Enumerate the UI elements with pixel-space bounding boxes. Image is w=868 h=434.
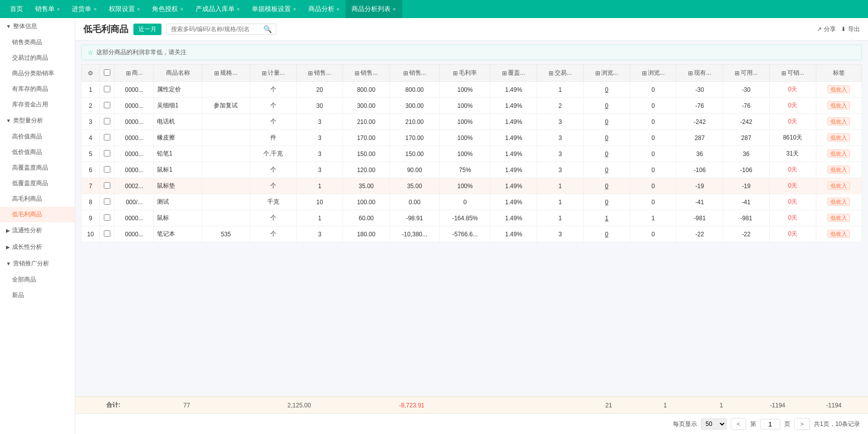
search-icon[interactable]: 🔍: [263, 25, 272, 33]
col-name[interactable]: 商品名称: [154, 65, 202, 82]
sidebar-item-low-coverage[interactable]: 低覆盖度商品: [0, 176, 75, 191]
sidebar-group-circulation[interactable]: ▶ 流通性分析: [0, 222, 75, 239]
row-checkbox[interactable]: [104, 150, 110, 157]
sidebar-group-marketing[interactable]: ▼ 营销推广分析: [0, 255, 75, 272]
row-checkbox[interactable]: [104, 86, 110, 92]
sidebar-item-high-value[interactable]: 高价值商品: [0, 129, 75, 144]
col-unit[interactable]: ⊞ 计量...: [250, 65, 296, 82]
row-name: 橡皮擦: [154, 130, 202, 146]
row-checkbox[interactable]: [104, 166, 110, 173]
nav-roles[interactable]: 角色授权 ×: [146, 0, 189, 18]
nav-sales-close[interactable]: ×: [57, 6, 60, 12]
row-browse1[interactable]: 0: [583, 226, 630, 242]
nav-analysis-list-close[interactable]: ×: [393, 6, 396, 12]
nav-permissions-close[interactable]: ×: [137, 6, 140, 12]
time-filter-button[interactable]: 近一月: [133, 24, 161, 35]
sidebar-item-category-rate[interactable]: 商品分类助销率: [0, 66, 75, 81]
nav-product-analysis-close[interactable]: ×: [336, 6, 339, 12]
footer-available: -1194: [806, 402, 862, 409]
nav-templates[interactable]: 单据模板设置 ×: [246, 0, 302, 18]
sidebar-item-high-coverage[interactable]: 高覆盖度商品: [0, 160, 75, 176]
sidebar-item-high-margin[interactable]: 高毛利商品: [0, 191, 75, 207]
row-browse1[interactable]: 0: [583, 82, 630, 98]
nav-product-analysis[interactable]: 商品分析 ×: [302, 0, 345, 18]
nav-products-in-close[interactable]: ×: [237, 6, 240, 12]
sidebar-item-sales-goods[interactable]: 销售类商品: [0, 35, 75, 50]
export-button[interactable]: ⬇ 导出: [841, 25, 860, 34]
col-spec[interactable]: ⊞ 规格...: [202, 65, 250, 82]
row-checkbox[interactable]: [104, 102, 110, 108]
nav-permissions[interactable]: 权限设置 ×: [103, 0, 146, 18]
col-sales-qty[interactable]: ⊞ 销售...: [296, 65, 343, 82]
search-input[interactable]: [171, 26, 261, 33]
col-current[interactable]: ⊞ 现有...: [676, 65, 723, 82]
row-browse1[interactable]: 0: [583, 194, 630, 210]
row-spec: [202, 114, 250, 130]
col-sales-amount[interactable]: ⊞ 销售...: [343, 65, 390, 82]
row-spec: [202, 146, 250, 162]
sidebar-item-stocked-goods[interactable]: 有库存的商品: [0, 81, 75, 97]
row-checkbox[interactable]: [104, 118, 110, 124]
col-sellable[interactable]: ⊞ 可销...: [769, 65, 816, 82]
sidebar-group-overall[interactable]: ▼ 整体信息: [0, 18, 75, 35]
row-spec: [202, 130, 250, 146]
nav-home[interactable]: 首页: [4, 0, 29, 18]
sidebar-item-traded-goods[interactable]: 交易过的商品: [0, 50, 75, 66]
col-settings[interactable]: ⚙: [82, 65, 100, 82]
row-checkbox[interactable]: [104, 182, 110, 189]
row-checkbox[interactable]: [104, 134, 110, 140]
chevron-down-icon: ▼: [6, 118, 11, 123]
row-available: -30: [723, 82, 770, 98]
nav-analysis-list[interactable]: 商品分析列表 ×: [345, 0, 402, 18]
prev-page-button[interactable]: ＜: [731, 418, 746, 430]
row-browse1[interactable]: 0: [583, 98, 630, 114]
row-checkbox[interactable]: [104, 214, 110, 221]
row-sales-amount: 180.00: [343, 226, 390, 242]
row-current: -981: [676, 210, 723, 226]
footer-sales-qty: 77: [130, 402, 243, 409]
sidebar-item-low-value[interactable]: 低价值商品: [0, 144, 75, 160]
row-gross-margin: 100%: [440, 146, 490, 162]
row-browse1[interactable]: 1: [583, 210, 630, 226]
sort-icon: ⊞: [595, 70, 600, 77]
select-all-checkbox[interactable]: [104, 69, 110, 76]
row-browse2: 0: [630, 114, 676, 130]
row-browse1[interactable]: 0: [583, 146, 630, 162]
sidebar-item-all-goods[interactable]: 全部商品: [0, 272, 75, 287]
nav-purchase-close[interactable]: ×: [93, 6, 96, 12]
sort-icon: ⊞: [126, 70, 131, 77]
nav-roles-close[interactable]: ×: [180, 6, 183, 12]
page-number-input[interactable]: [760, 419, 780, 429]
col-trade[interactable]: ⊞ 交易...: [537, 65, 584, 82]
sidebar-item-inventory-capital[interactable]: 库存资金占用: [0, 97, 75, 112]
col-available[interactable]: ⊞ 可用...: [723, 65, 770, 82]
row-browse1[interactable]: 0: [583, 130, 630, 146]
row-checkbox[interactable]: [104, 198, 110, 205]
col-browse1[interactable]: ⊞ 浏览...: [583, 65, 630, 82]
col-gross-margin[interactable]: ⊞ 毛利率: [440, 65, 490, 82]
row-trade: 1: [537, 82, 584, 98]
row-sales-amount: 100.00: [343, 194, 390, 210]
col-code[interactable]: ⊞ 商...: [115, 65, 154, 82]
share-button[interactable]: ↗ 分享: [817, 25, 836, 34]
row-browse1[interactable]: 0: [583, 178, 630, 194]
row-browse1[interactable]: 0: [583, 114, 630, 130]
row-browse1[interactable]: 0: [583, 162, 630, 178]
col-tag[interactable]: 标签: [816, 65, 861, 82]
row-checkbox[interactable]: [104, 230, 110, 237]
nav-purchase[interactable]: 进货单 ×: [66, 0, 102, 18]
sidebar-group-growth[interactable]: ▶ 成长性分析: [0, 239, 75, 255]
col-browse2[interactable]: ⊞ 浏览...: [630, 65, 676, 82]
nav-templates-close[interactable]: ×: [293, 6, 296, 12]
sidebar-group-type-analysis[interactable]: ▼ 类型量分析: [0, 112, 75, 129]
nav-products-in[interactable]: 产成品入库单 ×: [190, 0, 246, 18]
col-checkbox[interactable]: [100, 65, 115, 82]
page-size-select[interactable]: 50 100 200: [701, 418, 727, 429]
next-page-button[interactable]: ＞: [794, 418, 810, 430]
nav-sales[interactable]: 销售单 ×: [29, 0, 66, 18]
col-coverage[interactable]: ⊞ 覆盖...: [490, 65, 537, 82]
col-sales-profit[interactable]: ⊞ 销售...: [390, 65, 440, 82]
sidebar-item-new-goods[interactable]: 新品: [0, 287, 75, 303]
sidebar-item-low-margin[interactable]: 低毛利商品: [0, 207, 75, 222]
footer-browse1: 1: [637, 402, 693, 409]
